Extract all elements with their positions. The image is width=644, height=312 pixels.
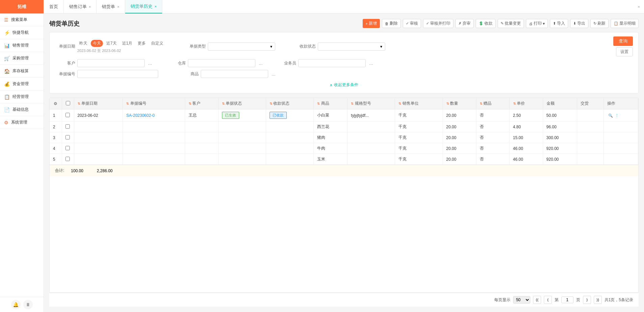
delete-button[interactable]: 🗑 删除 xyxy=(382,19,401,28)
cell-doc-no xyxy=(123,122,185,132)
col-doc-status[interactable]: ⇅ 单据状态 xyxy=(218,98,266,109)
row-checkbox[interactable] xyxy=(65,146,70,150)
tab-sales-order-close[interactable]: × xyxy=(89,5,91,9)
export-button[interactable]: ⬇ 导出 xyxy=(570,19,588,28)
doc-type-select[interactable]: ▾ xyxy=(208,43,275,51)
next-page-button[interactable]: ⟩ xyxy=(583,296,591,304)
notification-button[interactable]: 🔔 xyxy=(11,300,21,309)
row-checkbox[interactable] xyxy=(65,124,70,129)
page-label-prefix: 第 xyxy=(555,297,559,303)
col-checkbox[interactable] xyxy=(62,98,74,109)
print-button[interactable]: 🖨 打印 ▾ xyxy=(526,19,548,28)
warehouse-ellipsis[interactable]: ... xyxy=(259,60,263,66)
sidebar-item-purchase-mgmt[interactable]: 🛒 采购管理 xyxy=(0,52,44,65)
select-all-checkbox[interactable] xyxy=(66,101,70,105)
tab-sales-history[interactable]: 销货单历史 × xyxy=(125,0,162,14)
more-op-button[interactable]: ⋮ xyxy=(615,113,619,118)
col-quantity[interactable]: ⇅ 数量 xyxy=(443,98,476,109)
tab-home[interactable]: 首页 xyxy=(44,0,64,14)
sidebar-item-inventory[interactable]: 🏠 库存核算 xyxy=(0,65,44,78)
col-customer[interactable]: ⇅ 客户 xyxy=(185,98,218,109)
row-checkbox[interactable] xyxy=(65,135,70,139)
sidebar-item-sales-mgmt[interactable]: 📊 销售管理 xyxy=(0,39,44,52)
warehouse-input[interactable] xyxy=(188,59,255,67)
cell-doc-no[interactable]: SA-20230602-0 xyxy=(123,109,185,122)
batch-change-button[interactable]: ✎ 批量变更 xyxy=(498,19,524,28)
date-label: 单据日期 xyxy=(55,44,75,49)
date-tab-yesterday[interactable]: 昨天 xyxy=(77,40,89,47)
row-checkbox[interactable] xyxy=(65,113,70,117)
refresh-button[interactable]: ↻ 刷新 xyxy=(590,19,609,28)
sidebar-item-search-menu[interactable]: ☰ 搜索菜单 xyxy=(0,14,44,26)
doc-no-input[interactable] xyxy=(77,70,158,78)
goods-ellipsis[interactable]: ... xyxy=(272,71,276,77)
current-page-input[interactable] xyxy=(561,296,573,303)
row-checkbox[interactable] xyxy=(62,154,74,165)
col-sales-unit[interactable]: ⇅ 销售单位 xyxy=(395,98,443,109)
row-checkbox[interactable] xyxy=(62,132,74,143)
view-op-button[interactable]: 🔍 xyxy=(608,113,613,118)
row-checkbox[interactable] xyxy=(62,109,74,122)
col-doc-no[interactable]: ⇅ 单据编号 xyxy=(123,98,185,109)
audit-button[interactable]: ✓ 审核 xyxy=(403,19,421,28)
filter-more-toggle[interactable]: ∧ 收起更多条件 xyxy=(55,81,633,89)
query-button[interactable]: 查询 xyxy=(613,36,633,46)
audit-print-button[interactable]: ✓ 审核并打印 xyxy=(423,19,453,28)
audit-icon: ✓ xyxy=(406,21,409,26)
col-goods[interactable]: ⇅ 商品 xyxy=(314,98,347,109)
import-button[interactable]: ⬆ 导入 xyxy=(550,19,568,28)
col-spec-label: 规格型号 xyxy=(355,101,371,106)
table-row: 5玉米千克20.00否46.00920.00 xyxy=(50,154,638,165)
date-tab-custom[interactable]: 自定义 xyxy=(149,40,165,47)
customer-ellipsis[interactable]: ... xyxy=(148,60,152,66)
col-settings[interactable]: ⚙ xyxy=(50,98,62,109)
customer-input[interactable] xyxy=(77,59,145,67)
row-checkbox[interactable] xyxy=(62,122,74,132)
filter-row-1: 单据日期 昨天 今天 近7天 近1月 更多 自定义 2023-06-02 至 2… xyxy=(55,36,633,56)
goods-label: 商品 xyxy=(178,71,199,77)
row-checkbox[interactable] xyxy=(65,157,70,161)
doc-no-link[interactable]: SA-20230602-0 xyxy=(126,113,155,118)
row-checkbox[interactable] xyxy=(62,143,74,154)
cell-doc-no xyxy=(123,154,185,165)
per-page-select[interactable]: 50 100 200 xyxy=(513,296,530,304)
col-payment-status[interactable]: ⇅ 收款状态 xyxy=(266,98,314,109)
cell-unit-price: 46.00 xyxy=(509,154,543,165)
sidebar-item-basic-info[interactable]: 📄 基础信息 xyxy=(0,103,44,116)
date-tab-today[interactable]: 今天 xyxy=(91,40,103,47)
tab-sales-goods[interactable]: 销货单 × xyxy=(96,0,125,14)
goods-input[interactable] xyxy=(201,70,268,78)
first-page-button[interactable]: ⟨⟨ xyxy=(533,296,541,304)
col-gift[interactable]: ⇅ 赠品 xyxy=(476,98,509,109)
salesperson-input[interactable] xyxy=(298,59,366,67)
sidebar-item-funds-mgmt[interactable]: 💰 资金管理 xyxy=(0,78,44,90)
pause-button[interactable]: ⏸ xyxy=(23,300,33,309)
top-nav-close[interactable]: × xyxy=(638,5,640,9)
show-detail-button[interactable]: 📋 显示明细 xyxy=(611,19,639,28)
cell-payment-status xyxy=(266,122,314,132)
payment-status-select[interactable]: ▾ xyxy=(318,43,385,51)
tab-sales-history-close[interactable]: × xyxy=(155,4,157,8)
tab-sales-goods-close[interactable]: × xyxy=(117,5,119,9)
prev-page-button[interactable]: ⟨ xyxy=(544,296,552,304)
sort-icon: ⇅ xyxy=(513,102,516,105)
tab-sales-order[interactable]: 销售订单 × xyxy=(64,0,96,14)
col-unit-price[interactable]: ⇅ 单价 xyxy=(509,98,543,109)
col-spec[interactable]: ⇅ 规格型号 xyxy=(347,98,395,109)
date-tab-1month[interactable]: 近1月 xyxy=(120,40,135,47)
salesperson-ellipsis[interactable]: ... xyxy=(369,60,373,66)
date-tab-7days[interactable]: 近7天 xyxy=(104,40,119,47)
add-button[interactable]: + 新增 xyxy=(363,19,380,28)
app-logo: 拓维 xyxy=(0,0,44,14)
status-badge: 已生效 xyxy=(222,112,239,119)
date-tab-more[interactable]: 更多 xyxy=(136,40,148,47)
abandon-button[interactable]: ✗ 弃审 xyxy=(455,19,474,28)
sidebar-item-ops-mgmt[interactable]: 📋 经营管理 xyxy=(0,90,44,103)
sidebar-item-sys-mgmt[interactable]: ⚙ 系统管理 xyxy=(0,116,44,129)
set-button[interactable]: 设置 xyxy=(616,47,633,56)
sidebar-item-quick-nav[interactable]: ⚡ 快捷导航 xyxy=(0,26,44,39)
collect-button[interactable]: 💲 收款 xyxy=(476,19,496,28)
last-page-button[interactable]: ⟩⟩ xyxy=(594,296,602,304)
col-doc-date[interactable]: ⇅ 单据日期 xyxy=(74,98,123,109)
cell-amount: 96.00 xyxy=(543,122,577,132)
